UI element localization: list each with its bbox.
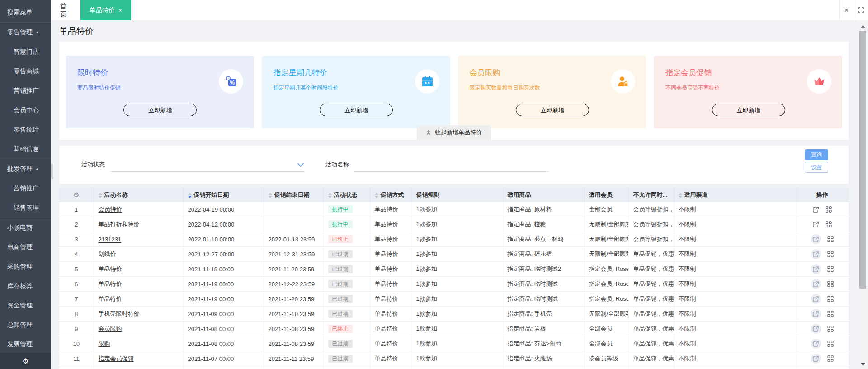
column-header-name[interactable]: 活动名称	[94, 188, 183, 202]
sidebar-item-零售商城[interactable]: 零售商城	[0, 62, 51, 81]
close-tabs-button[interactable]: ×	[839, 0, 854, 20]
grid-apps-icon[interactable]	[827, 355, 834, 362]
tab-close-icon[interactable]: ×	[118, 7, 122, 14]
triangle-up-icon	[861, 23, 865, 28]
goods-cell: 指定商品: 火腿肠	[503, 351, 584, 366]
column-header-method[interactable]: 促销方式	[370, 188, 411, 202]
export-icon[interactable]	[811, 279, 821, 289]
export-icon[interactable]	[811, 339, 821, 349]
grid-apps-icon[interactable]	[827, 311, 834, 317]
sidebar-item-营销推广[interactable]: 营销推广	[0, 81, 51, 100]
activity-name-link[interactable]: 指定会员促销	[99, 355, 134, 362]
export-icon[interactable]	[811, 324, 821, 334]
sidebar-item-销售管理[interactable]: 销售管理	[0, 198, 51, 218]
sidebar-item-采购管理[interactable]: 采购管理	[0, 257, 51, 276]
start-date-cell: 2022-04-19 00:00	[183, 202, 264, 217]
grid-apps-icon[interactable]	[827, 251, 834, 257]
export-icon[interactable]	[812, 221, 819, 228]
column-header-status[interactable]: 活动状态	[323, 188, 370, 202]
activity-name-link[interactable]: 划线价	[99, 251, 116, 257]
activity-name-link[interactable]: 单品特价	[99, 295, 122, 302]
activity-name-link[interactable]: 单品特价	[99, 265, 122, 272]
sidebar-item-基础信息[interactable]: 基础信息	[0, 139, 51, 159]
add-now-button[interactable]: 立即新增	[516, 104, 589, 116]
promotions-table: ⚙活动名称促销开始日期促销结束日期活动状态促销方式促销规则适用商品适用会员不允许…	[59, 188, 849, 369]
method-cell: 单品特价	[370, 247, 411, 262]
export-icon[interactable]	[811, 264, 821, 274]
column-header-settings[interactable]: ⚙	[59, 188, 94, 202]
column-header-start[interactable]: 促销开始日期	[183, 188, 264, 202]
activity-name-link[interactable]: 单品打折和特价	[99, 221, 140, 227]
fullscreen-button[interactable]	[854, 0, 868, 20]
grid-apps-icon[interactable]	[826, 221, 832, 227]
grid-apps-icon[interactable]	[827, 326, 834, 332]
export-icon[interactable]	[812, 206, 819, 213]
column-header-label: 适用会员	[589, 191, 613, 198]
grid-apps-icon[interactable]	[827, 266, 834, 272]
grid-apps-icon[interactable]	[827, 281, 834, 287]
sidebar-item-总账管理[interactable]: 总账管理	[0, 315, 51, 335]
add-now-button[interactable]: 立即新增	[123, 104, 197, 116]
sidebar-item-零售统计[interactable]: 零售统计	[0, 120, 51, 139]
sidebar-footer[interactable]: ⚙	[0, 353, 51, 369]
column-header-end[interactable]: 促销结束日期	[264, 188, 323, 202]
row-number-cell: 2	[59, 217, 94, 232]
export-icon[interactable]	[811, 249, 821, 259]
column-header-rule: 促销规则	[411, 188, 503, 202]
settings-gear-icon[interactable]: ⚙	[22, 357, 28, 365]
settings-button[interactable]: 设置	[805, 162, 828, 173]
sidebar-item-营销推广[interactable]: 营销推广	[0, 179, 51, 198]
column-header-channel[interactable]: 适用渠道	[674, 188, 796, 202]
export-icon[interactable]	[811, 294, 821, 304]
vertical-scrollbar[interactable]	[858, 20, 868, 369]
sidebar-item-发票管理[interactable]: 发票管理	[0, 335, 51, 354]
sidebar-item-零售管理[interactable]: 零售管理▲	[0, 23, 51, 42]
export-icon[interactable]	[811, 234, 821, 244]
scroll-up-button[interactable]	[858, 23, 868, 30]
status-filter-select[interactable]	[110, 158, 305, 172]
sidebar-item-会员中心[interactable]: 会员中心	[0, 100, 51, 120]
sidebar-item-搜索菜单[interactable]: 搜索菜单	[0, 3, 51, 22]
sidebar-item-库存核算[interactable]: 库存核算	[0, 276, 51, 296]
add-now-button[interactable]: 立即新增	[712, 104, 785, 116]
goods-cell: 指定商品: 必点三杯鸡	[503, 232, 584, 247]
ops-cell	[796, 247, 849, 262]
column-header-label: 操作	[816, 191, 828, 198]
scroll-down-button[interactable]	[858, 360, 868, 368]
collapse-new-promos-button[interactable]: 收起新增单品特价	[417, 125, 491, 140]
name-filter-field[interactable]	[354, 158, 549, 172]
export-icon[interactable]	[811, 354, 821, 364]
activity-name-cell: 单品特价	[94, 262, 183, 277]
sidebar-item-智慧门店[interactable]: 智慧门店	[0, 42, 51, 62]
sidebar-item-电商管理[interactable]: 电商管理	[0, 237, 51, 257]
activity-name-link[interactable]: 会员限购	[99, 325, 122, 332]
tab-home[interactable]: 首页	[51, 0, 80, 20]
sidebar-item-小畅电商[interactable]: 小畅电商	[0, 218, 51, 237]
sidebar-item-资金管理[interactable]: 资金管理	[0, 296, 51, 315]
name-filter-input[interactable]	[354, 158, 551, 172]
grid-apps-icon[interactable]	[827, 236, 834, 242]
goods-cell: 指定商品: 临时测试	[503, 292, 584, 307]
grid-apps-icon[interactable]	[827, 296, 834, 302]
grid-apps-icon[interactable]	[826, 206, 832, 213]
ops-buttons	[796, 351, 849, 366]
export-icon[interactable]	[811, 309, 821, 319]
activity-name-link[interactable]: 手机壳限时特价	[99, 310, 140, 317]
search-button[interactable]: 查询	[805, 149, 828, 160]
start-date-cell: 2021-11-19 00:00	[183, 277, 264, 292]
tab-single-item-special[interactable]: 单品特价 ×	[80, 0, 131, 20]
scrollbar-thumb[interactable]	[859, 31, 866, 289]
grid-apps-icon[interactable]	[827, 341, 834, 347]
sidebar-item-批发管理[interactable]: 批发管理▲	[0, 159, 51, 179]
ops-cell	[796, 262, 849, 277]
row-number-cell: 11	[59, 351, 94, 366]
activity-name-link[interactable]: 限购	[99, 340, 110, 347]
status-cell: 已过期	[323, 307, 370, 322]
status-cell: 已过期	[323, 292, 370, 307]
activity-name-link[interactable]: 单品特价	[99, 280, 122, 287]
activity-name-link[interactable]: 2131231	[99, 236, 122, 243]
add-now-button[interactable]: 立即新增	[320, 104, 393, 116]
activity-name-link[interactable]: 会员特价	[99, 206, 122, 213]
gear-icon[interactable]: ⚙	[73, 191, 79, 199]
sidebar-scrollbar-thumb[interactable]	[51, 164, 53, 179]
